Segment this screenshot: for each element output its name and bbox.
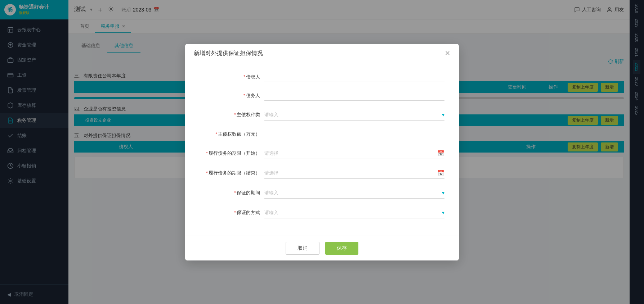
date-debt-start[interactable]: 请选择 📅 xyxy=(264,148,444,159)
input-debt-amount[interactable] xyxy=(264,129,444,139)
guarantee-period-chevron-icon: ▾ xyxy=(442,190,444,196)
date-start-calendar-icon: 📅 xyxy=(438,150,444,156)
form-row-debt-type: *主债权种类 请输入 ▾ xyxy=(200,109,444,121)
label-debt-start: *履行债务的期限（开始） xyxy=(200,150,264,156)
date-end-calendar-icon: 📅 xyxy=(438,170,444,176)
form-row-debt-amount: *主债权数额（万元） xyxy=(200,129,444,139)
form-row-creditor: *债权人 xyxy=(200,72,444,82)
label-debt-end: *履行债务的期限（结束） xyxy=(200,170,264,176)
cancel-button[interactable]: 取消 xyxy=(286,242,319,255)
modal-overlay: 新增对外提供保证担保情况 ✕ *债权人 *债务人 *主债权种类 xyxy=(0,0,644,304)
save-button[interactable]: 保存 xyxy=(325,242,358,255)
add-guarantee-modal: 新增对外提供保证担保情况 ✕ *债权人 *债务人 *主债权种类 xyxy=(185,44,459,260)
label-debt-type: *主债权种类 xyxy=(200,112,264,118)
label-debt-amount: *主债权数额（万元） xyxy=(200,131,264,137)
select-debt-type[interactable]: 请输入 ▾ xyxy=(264,109,444,121)
form-row-debtor: *债务人 xyxy=(200,91,444,101)
label-guarantee-period: *保证的期间 xyxy=(200,190,264,196)
form-row-guarantee-period: *保证的期间 请输入 ▾ xyxy=(200,187,444,199)
form-row-guarantee-method: *保证的方式 请输入 ▾ xyxy=(200,207,444,218)
input-creditor[interactable] xyxy=(264,72,444,82)
select-guarantee-method[interactable]: 请输入 ▾ xyxy=(264,207,444,218)
label-guarantee-method: *保证的方式 xyxy=(200,209,264,216)
label-debtor: *债务人 xyxy=(200,92,264,99)
guarantee-method-chevron-icon: ▾ xyxy=(442,210,444,215)
input-debtor[interactable] xyxy=(264,91,444,101)
label-creditor: *债权人 xyxy=(200,74,264,80)
form-row-debt-end: *履行债务的期限（结束） 请选择 📅 xyxy=(200,168,444,179)
debt-type-chevron-icon: ▾ xyxy=(442,112,444,118)
modal-title: 新增对外提供保证担保情况 xyxy=(194,50,263,57)
form-row-debt-start: *履行债务的期限（开始） 请选择 📅 xyxy=(200,148,444,159)
modal-footer: 取消 保存 xyxy=(185,236,459,260)
modal-body: *债权人 *债务人 *主债权种类 请输入 ▾ xyxy=(185,63,459,236)
modal-close-button[interactable]: ✕ xyxy=(445,50,450,56)
modal-header: 新增对外提供保证担保情况 ✕ xyxy=(185,44,459,63)
select-guarantee-period[interactable]: 请输入 ▾ xyxy=(264,187,444,199)
date-debt-end[interactable]: 请选择 📅 xyxy=(264,168,444,179)
